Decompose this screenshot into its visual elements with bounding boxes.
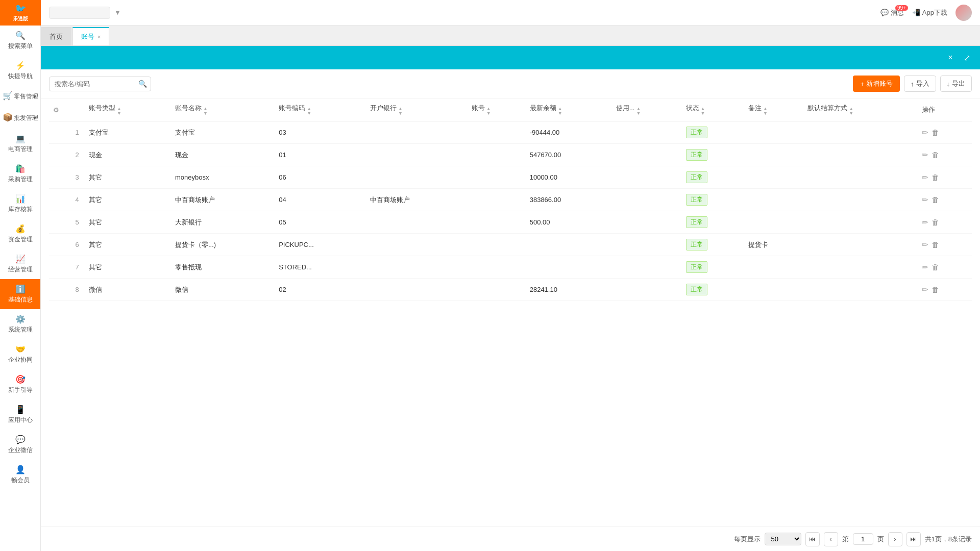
tab-home[interactable]: 首页 [41,27,71,45]
col-account[interactable]: 账号▲▼ [468,98,526,121]
page-size-select[interactable]: 50 100 200 [765,533,801,545]
status-badge: 正常 [686,171,707,183]
search-icon[interactable]: 🔍 [138,80,147,88]
sidebar-item-basic-info[interactable]: ℹ️ 基础信息 [0,279,40,309]
global-search-input[interactable] [49,7,110,19]
import-button[interactable]: ↑ 导入 [904,76,936,92]
total-label: 共1页，8条记录 [925,535,972,544]
sidebar-item-purchase[interactable]: 🛍️ 采购管理 [0,159,40,189]
page-number-input[interactable] [853,533,873,545]
toolbar-right: + 新增账号 ↑ 导入 ↓ 导出 [853,76,972,92]
wholesale-icon: 📦 [3,112,13,122]
edit-button[interactable]: ✏ [922,240,928,249]
message-button[interactable]: 💬 消息 99+ [880,8,904,17]
sidebar-item-finance[interactable]: 💰 资金管理 [0,219,40,249]
first-page-button[interactable]: ⏮ [805,532,820,546]
col-settlement[interactable]: 默认结算方式▲▼ [803,98,918,121]
col-type[interactable]: 账号类型▲▼ [85,98,171,121]
sidebar-item-search[interactable]: 🔍 搜索菜单 [0,26,40,56]
avatar[interactable] [955,5,972,21]
delete-button[interactable]: 🗑 [932,128,939,137]
row-actions: ✏ 🗑 [918,234,972,256]
edit-button[interactable]: ✏ [922,218,928,227]
sidebar-item-guide[interactable]: 🎯 新手引导 [0,369,40,399]
col-bank[interactable]: 开户银行▲▼ [366,98,468,121]
sidebar-item-shortcuts[interactable]: ⚡ 快捷导航 [0,56,40,86]
next-page-button[interactable]: › [888,532,902,546]
row-remark [744,279,803,301]
account-search-input[interactable] [49,77,151,91]
operations-icon: 📈 [15,254,26,264]
col-name[interactable]: 账号名称▲▼ [171,98,275,121]
edit-button[interactable]: ✏ [922,263,928,272]
col-status[interactable]: 状态▲▼ [682,98,745,121]
row-code: 04 [275,189,366,211]
sidebar-item-retail[interactable]: 🛒 零售管理 ▼ [0,86,40,107]
header-right: 💬 消息 99+ 📲 App下载 [880,5,972,21]
edit-button[interactable]: ✏ [922,285,928,294]
col-remark[interactable]: 备注▲▼ [744,98,803,121]
dropdown-icon[interactable]: ▼ [114,9,121,16]
sidebar-item-wechat-work[interactable]: 💬 企业微信 [0,430,40,460]
row-settlement [803,121,918,144]
row-status: 正常 [682,166,745,189]
row-settings [49,279,69,301]
page-content: 🔍 + 新增账号 ↑ 导入 ↓ 导出 [41,69,980,551]
delete-button[interactable]: 🗑 [932,151,939,160]
restore-window-button[interactable]: ⤢ [960,51,974,65]
col-code[interactable]: 账号编码▲▼ [275,98,366,121]
row-name: 支付宝 [171,121,275,144]
close-tab-icon[interactable]: × [97,34,101,40]
delete-button[interactable]: 🗑 [932,285,939,294]
row-settlement [803,234,918,256]
last-page-button[interactable]: ⏭ [906,532,921,546]
table-header-row: ⚙ 账号类型▲▼ 账号名称▲▼ 账号编码▲▼ 开户银行▲▼ 账号▲▼ 最新余额▲… [49,98,972,121]
row-settlement [803,256,918,279]
sidebar-item-label: 采购管理 [8,175,33,184]
sidebar-item-members[interactable]: 👤 畅会员 [0,460,40,490]
delete-button[interactable]: 🗑 [932,218,939,227]
delete-button[interactable]: 🗑 [932,263,939,272]
row-balance: 383866.00 [526,189,612,211]
sidebar-item-system[interactable]: ⚙️ 系统管理 [0,309,40,339]
sidebar-item-operations[interactable]: 📈 经营管理 [0,249,40,279]
add-account-button[interactable]: + 新增账号 [853,76,900,92]
action-buttons: ✏ 🗑 [922,173,968,182]
prev-page-button[interactable]: ‹ [824,532,838,546]
sidebar-item-ecommerce[interactable]: 💻 电商管理 [0,129,40,159]
delete-button[interactable]: 🗑 [932,240,939,249]
sidebar-item-app-center[interactable]: 📱 应用中心 [0,399,40,430]
export-button[interactable]: ↓ 导出 [940,76,972,92]
col-settings[interactable]: ⚙ [49,98,69,121]
row-balance [526,256,612,279]
edit-button[interactable]: ✏ [922,173,928,182]
edit-button[interactable]: ✏ [922,128,928,137]
col-usage[interactable]: 使用...▲▼ [612,98,682,121]
ecommerce-icon: 💻 [15,134,26,143]
row-settings [49,256,69,279]
chevron-down-icon: ▼ [32,94,37,99]
close-window-button[interactable]: × [943,51,958,65]
delete-button[interactable]: 🗑 [932,173,939,182]
tab-account[interactable]: 账号 × [72,27,109,45]
action-buttons: ✏ 🗑 [922,240,968,249]
import-icon: ↑ [911,80,914,88]
status-badge: 正常 [686,261,707,273]
sidebar-item-enterprise[interactable]: 🤝 企业协同 [0,339,40,369]
row-settings [49,234,69,256]
sidebar-item-wholesale[interactable]: 📦 批发管理 ▼ [0,107,40,129]
edit-button[interactable]: ✏ [922,195,928,205]
sidebar-item-inventory[interactable]: 📊 库存核算 [0,189,40,219]
tab-home-label: 首页 [50,32,63,41]
system-icon: ⚙️ [15,314,26,324]
accounts-table: ⚙ 账号类型▲▼ 账号名称▲▼ 账号编码▲▼ 开户银行▲▼ 账号▲▼ 最新余额▲… [49,98,972,301]
app-download-button[interactable]: 📲 App下载 [912,8,947,17]
edit-button[interactable]: ✏ [922,151,928,160]
search-menu-icon: 🔍 [15,31,26,40]
guide-icon: 🎯 [15,374,26,384]
action-buttons: ✏ 🗑 [922,285,968,294]
col-balance[interactable]: 最新余额▲▼ [526,98,612,121]
delete-button[interactable]: 🗑 [932,195,939,205]
chevron-down-icon: ▼ [32,115,37,121]
retail-icon: 🛒 [3,91,13,101]
